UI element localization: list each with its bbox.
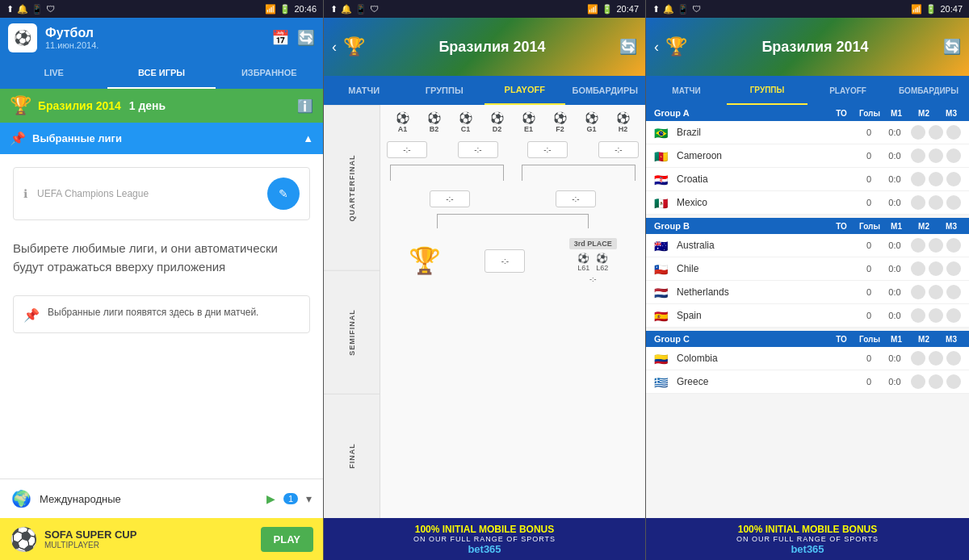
flag-australia: 🇦🇺 (654, 240, 670, 251)
status-icons-right-3: 📶 🔋 20:47 (911, 4, 963, 15)
final-row: 🏆 -:- 3rd PLACE ⚽ L61 ⚽ L62 (387, 238, 639, 283)
refresh-icon-2[interactable]: 🔄 (619, 38, 637, 56)
ad-text2-3: ON OUR FULL RANGE OF SPORTS (736, 535, 879, 543)
dot-2-australia (929, 238, 943, 253)
dot-1-cameroon (911, 148, 925, 163)
info-icon[interactable]: ℹ️ (297, 98, 313, 114)
third-place-label: 3rd PLACE (569, 238, 617, 249)
col-goals-a: Голы (859, 109, 879, 118)
stat-goals-cameroon: 0:0 (885, 151, 904, 161)
back-icon[interactable]: ⬆ (6, 4, 14, 15)
tab-all-games[interactable]: ВСЕ ИГРЫ (107, 58, 215, 89)
sf-match-2[interactable]: -:- (556, 190, 596, 207)
p3-tab-groups[interactable]: ГРУППЫ (727, 76, 808, 105)
stat-goals-colombia: 0:0 (885, 353, 904, 363)
app-subtitle: 11.июн.2014. (45, 40, 263, 50)
stat-goals-mexico: 0:0 (885, 198, 904, 207)
p2-tab-matches[interactable]: МАТЧИ (324, 76, 405, 105)
col-m2-b: М2 (914, 222, 933, 231)
status-icons-right: 📶 🔋 20:46 (265, 4, 317, 15)
status-bar-1: ⬆ 🔔 📱 🛡 📶 🔋 20:46 (0, 0, 323, 18)
name-colombia: Colombia (677, 353, 853, 364)
back-icon-3[interactable]: ⬆ (652, 4, 660, 15)
p3-tab-matches[interactable]: МАТЧИ (646, 76, 727, 105)
label-G1: G1 (586, 125, 596, 133)
p3-tab-scorers[interactable]: БОМБАРДИРЫ (888, 76, 969, 105)
stat-to-spain: 0 (859, 311, 879, 320)
stat-goals-croatia: 0:0 (885, 174, 904, 184)
final-match[interactable]: -:- (484, 249, 525, 273)
notification-icon-2: 🔔 (341, 4, 352, 15)
soccer-ball-icon: ⚽ (10, 526, 38, 553)
dot-2-chile (929, 261, 943, 276)
dot-1-spain (911, 308, 925, 323)
back-chevron-2[interactable]: ‹ (332, 39, 337, 56)
refresh-icon[interactable]: 🔄 (297, 29, 315, 47)
connector-left (390, 165, 503, 181)
sf-connector-line (437, 214, 588, 228)
col-m1-a: М1 (887, 109, 906, 118)
banner-text: SOFA SUPER CUP MULTIPLAYER (44, 529, 254, 550)
ball-G1: ⚽ (585, 111, 598, 124)
battery-icon: 🔋 (279, 4, 291, 15)
col-to-a: ТО (832, 109, 851, 118)
dot-2-greece (929, 374, 943, 389)
ball-E1: ⚽ (522, 111, 535, 124)
back-icon-2[interactable]: ⬆ (330, 4, 338, 15)
p3-tab-playoff[interactable]: PLAYOFF (808, 76, 888, 105)
p2-title: Бразилия 2014 (371, 39, 613, 56)
shield-icon-2: 🛡 (370, 4, 379, 14)
slot-B2: ⚽ B2 (427, 111, 441, 133)
ball-B2: ⚽ (427, 111, 441, 124)
label-l62: L62 (596, 264, 608, 272)
dots-netherlands (911, 285, 961, 299)
wifi-icon: 📶 (265, 4, 276, 15)
back-chevron-3[interactable]: ‹ (654, 39, 659, 56)
promo-league-name: UEFA Champions League (37, 188, 258, 199)
tab-live[interactable]: LIVE (0, 58, 107, 89)
add-icon[interactable]: ✎ (267, 178, 300, 210)
group-c-name: Group C (654, 334, 832, 344)
stat-to-mexico: 0 (859, 198, 879, 207)
slot-G1: ⚽ G1 (585, 111, 598, 133)
p2-tab-playoff[interactable]: PLAYOFF (484, 76, 565, 105)
flag-croatia: 🇭🇷 (654, 173, 670, 185)
favorites-header[interactable]: 📌 Выбранные лиги ▲ (0, 123, 323, 154)
qf-match-4[interactable]: -:- (598, 141, 639, 158)
flag-cameroon: 🇨🇲 (654, 150, 670, 161)
dot-1-mexico (911, 195, 925, 210)
name-brazil: Brazil (677, 127, 853, 138)
hint-text: Выбранные лиги появятся здесь в дни матч… (48, 306, 258, 320)
col-m2-a: М2 (914, 109, 933, 118)
team-australia: 🇦🇺 Australia 0 0:0 (646, 234, 969, 257)
p3-header: ‹ 🏆 Бразилия 2014 🔄 (646, 18, 969, 76)
qf-match-2[interactable]: -:- (458, 141, 498, 158)
flag-mexico: 🇲🇽 (654, 197, 670, 208)
dot-3-greece (946, 374, 961, 389)
qf-match-1[interactable]: -:- (387, 141, 427, 158)
col-goals-c: Голы (859, 335, 879, 344)
international-row[interactable]: 🌍 Международные ▶ 1 ▾ (0, 479, 323, 518)
dots-cameroon (911, 148, 961, 163)
dot-2-croatia (929, 172, 943, 186)
group-b-cols: ТО Голы М1 М2 М3 (832, 222, 961, 231)
play-icon[interactable]: ▶ (266, 492, 275, 505)
ball-l62: ⚽ (596, 253, 608, 264)
stat-goals-australia: 0:0 (885, 240, 904, 250)
refresh-icon-3[interactable]: 🔄 (943, 38, 961, 56)
name-mexico: Mexico (677, 197, 853, 208)
qf-match-3[interactable]: -:- (527, 141, 568, 158)
dots-chile (911, 261, 961, 276)
calendar-icon[interactable]: 📅 (271, 29, 289, 47)
p2-tab-scorers[interactable]: БОМБАРДИРЫ (565, 76, 646, 105)
label-E1: E1 (524, 125, 533, 133)
nav-tabs-1: LIVE ВСЕ ИГРЫ ИЗБРАННОЕ (0, 58, 323, 89)
sf-match-1[interactable]: -:- (430, 190, 470, 207)
status-icons-left-3: ⬆ 🔔 📱 🛡 (652, 4, 701, 15)
trophy-small-icon: 🏆 (10, 95, 31, 116)
bracket-labels: QUARTERFINAL SEMIFINAL FINAL (324, 105, 380, 518)
tab-favorites[interactable]: ИЗБРАННОЕ (216, 58, 323, 89)
p2-tab-groups[interactable]: ГРУППЫ (405, 76, 485, 105)
play-button[interactable]: PLAY (261, 527, 313, 552)
group-a-cols: ТО Голы М1 М2 М3 (832, 109, 961, 118)
